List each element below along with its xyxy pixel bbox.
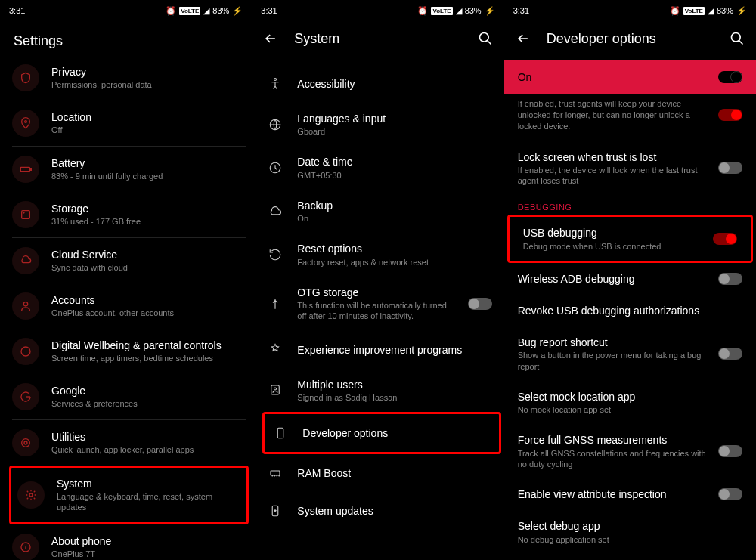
page-title: Settings bbox=[0, 21, 252, 55]
badge-icon bbox=[265, 340, 285, 360]
setting-subtitle: Screen time, app timers, bedtime schedul… bbox=[51, 353, 240, 364]
dev-on-label: On bbox=[518, 71, 532, 83]
svg-point-20 bbox=[731, 33, 740, 42]
status-time: 3:31 bbox=[513, 6, 529, 15]
setting-title: System updates bbox=[297, 504, 491, 518]
setting-subtitle: Signed in as Sadiq Hassan bbox=[297, 392, 491, 403]
setting-storage[interactable]: Storage 31% used - 177 GB free bbox=[6, 192, 252, 237]
svg-rect-2 bbox=[30, 169, 31, 171]
bug-report-toggle[interactable] bbox=[718, 348, 742, 360]
dev-revoke-usb[interactable]: Revoke USB debugging authorizations bbox=[504, 295, 756, 326]
setting-google[interactable]: Google Services & preferences bbox=[6, 374, 252, 419]
setting-subtitle: 31% used - 177 GB free bbox=[51, 216, 240, 227]
charge-icon: ⚡ bbox=[485, 6, 495, 16]
dev-gnss[interactable]: Force full GNSS measurements Track all G… bbox=[504, 424, 756, 478]
system-accessibility[interactable]: Accessibility bbox=[259, 65, 503, 103]
dev-lock-toggle[interactable] bbox=[718, 162, 742, 174]
alarm-icon: ⏰ bbox=[670, 6, 680, 16]
setting-location[interactable]: Location Off bbox=[6, 101, 252, 146]
setting-accounts[interactable]: Accounts OnePlus account, other accounts bbox=[6, 283, 252, 329]
system-developer-options[interactable]: Developer options bbox=[262, 412, 500, 454]
setting-title: Accounts bbox=[51, 293, 240, 307]
system-ram-boost[interactable]: RAM Boost bbox=[259, 454, 503, 492]
search-icon[interactable] bbox=[729, 30, 745, 47]
dev-trust-toggle[interactable] bbox=[718, 109, 742, 121]
setting-title: Languages & input bbox=[297, 112, 491, 125]
dev-title: USB debugging bbox=[523, 226, 704, 240]
system-users[interactable]: Multiple users Signed in as Sadiq Hassan bbox=[259, 369, 503, 412]
status-bar: 3:31 ⏰ VoLTE ◢ 83% ⚡ bbox=[0, 0, 252, 21]
svg-rect-17 bbox=[278, 428, 284, 438]
search-icon[interactable] bbox=[477, 30, 494, 47]
setting-title: Google bbox=[51, 384, 240, 398]
setting-subtitle: Off bbox=[51, 125, 240, 135]
setting-title: System bbox=[57, 477, 234, 490]
setting-subtitle: Permissions, personal data bbox=[51, 79, 240, 90]
system-datetime[interactable]: Date & time GMT+05:30 bbox=[259, 146, 503, 189]
dev-title: Wireless ADB debugging bbox=[518, 272, 709, 286]
dev-subtitle: Show a button in the power menu for taki… bbox=[518, 350, 709, 372]
setting-battery[interactable]: Battery 83% - 9 min until fully charged bbox=[6, 147, 252, 192]
accessibility-icon bbox=[265, 74, 285, 94]
dev-mock-location[interactable]: Select mock location app No mock locatio… bbox=[504, 381, 756, 424]
dev-select-debug-app[interactable]: Select debug app No debug application se… bbox=[504, 510, 756, 553]
setting-title: Digital Wellbeing & parental controls bbox=[51, 339, 240, 352]
dev-view-attribute[interactable]: Enable view attribute inspection bbox=[504, 478, 756, 510]
dev-trust-agents-partial: If enabled, trust agents will keep your … bbox=[504, 94, 756, 141]
dev-lock-screen-trust[interactable]: Lock screen when trust is lost If enable… bbox=[504, 141, 756, 196]
dev-title: Lock screen when trust is lost bbox=[518, 150, 709, 164]
dev-on-banner[interactable]: On bbox=[504, 60, 756, 94]
developer-options-screen: 3:31 ⏰ VoLTE ◢ 83% ⚡ Developer options O… bbox=[504, 0, 756, 560]
setting-title: Utilities bbox=[51, 430, 240, 444]
setting-system[interactable]: System Language & keyboard, time, reset,… bbox=[9, 466, 249, 524]
dev-title: Select mock location app bbox=[518, 390, 742, 404]
section-debugging: DEBUGGING bbox=[504, 195, 756, 215]
svg-rect-18 bbox=[271, 471, 280, 475]
setting-utilities[interactable]: Utilities Quick launch, app locker, para… bbox=[6, 420, 252, 466]
setting-title: Battery bbox=[51, 156, 240, 170]
status-time: 3:31 bbox=[261, 6, 277, 15]
volte-badge: VoLTE bbox=[431, 7, 452, 15]
dev-title: Force full GNSS measurements bbox=[518, 433, 709, 447]
setting-title: OTG storage bbox=[297, 286, 455, 299]
system-languages[interactable]: Languages & input Gboard bbox=[259, 103, 503, 146]
system-updates[interactable]: System updates bbox=[259, 492, 503, 530]
dev-bug-report[interactable]: Bug report shortcut Show a button in the… bbox=[504, 326, 756, 381]
wireless-adb-toggle[interactable] bbox=[718, 273, 742, 285]
setting-about[interactable]: About phone OnePlus 7T bbox=[6, 524, 252, 560]
back-button[interactable] bbox=[515, 30, 531, 47]
view-attr-toggle[interactable] bbox=[718, 488, 742, 500]
setting-subtitle: Factory reset, apps & network reset bbox=[297, 257, 491, 268]
dev-wireless-adb[interactable]: Wireless ADB debugging bbox=[504, 263, 756, 295]
phone-icon bbox=[271, 423, 290, 443]
battery-percent: 83% bbox=[717, 6, 733, 15]
usb-icon bbox=[265, 294, 285, 314]
usb-debugging-toggle[interactable] bbox=[713, 233, 737, 245]
setting-wellbeing[interactable]: Digital Wellbeing & parental controls Sc… bbox=[6, 329, 252, 374]
svg-point-0 bbox=[25, 121, 27, 123]
gnss-toggle[interactable] bbox=[718, 445, 742, 457]
setting-subtitle: GMT+05:30 bbox=[297, 170, 491, 181]
otg-toggle[interactable] bbox=[468, 298, 492, 310]
shield-icon bbox=[12, 64, 39, 91]
system-reset[interactable]: Reset options Factory reset, apps & netw… bbox=[259, 233, 503, 276]
svg-point-12 bbox=[274, 79, 277, 81]
setting-privacy[interactable]: Privacy Permissions, personal data bbox=[6, 55, 252, 101]
dev-subtitle: If enabled, the device will lock when th… bbox=[518, 165, 709, 187]
status-right: ⏰ VoLTE ◢ 83% ⚡ bbox=[670, 6, 747, 16]
dev-master-toggle[interactable] bbox=[718, 71, 742, 83]
svg-point-6 bbox=[21, 347, 30, 356]
app-bar-title: System bbox=[294, 31, 461, 47]
system-backup[interactable]: Backup On bbox=[259, 190, 503, 233]
utilities-icon bbox=[12, 429, 39, 456]
dev-usb-debugging[interactable]: USB debugging Debug mode when USB is con… bbox=[507, 215, 753, 262]
system-experience[interactable]: Experience improvement programs bbox=[259, 331, 503, 369]
cloud-icon bbox=[12, 247, 39, 274]
system-list: Accessibility Languages & input Gboard D… bbox=[252, 65, 503, 530]
setting-subtitle: Language & keyboard, time, reset, system… bbox=[57, 491, 234, 513]
system-otg[interactable]: OTG storage This function will be automa… bbox=[259, 277, 503, 331]
cloud-icon bbox=[265, 202, 285, 221]
back-button[interactable] bbox=[262, 30, 279, 47]
setting-cloud[interactable]: Cloud Service Sync data with cloud bbox=[6, 238, 252, 283]
battery-percent: 83% bbox=[212, 6, 229, 15]
